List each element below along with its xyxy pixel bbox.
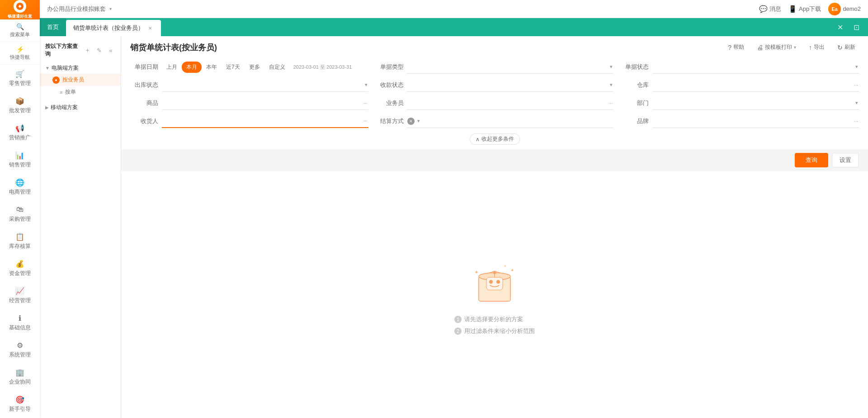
receipt-status-dropdown-icon[interactable]: ▾ [609, 82, 613, 88]
sidebar-item-quick-nav[interactable]: ⚡ 快捷导航 [0, 42, 40, 65]
scheme-by-salesperson[interactable]: ● 按业务员 [40, 74, 121, 86]
dept-input-field[interactable] [652, 100, 854, 106]
mobile-scheme-group-title: 移动端方案 [51, 104, 78, 111]
empty-tip-2: 2 用过滤条件来缩小分析范围 [454, 327, 535, 335]
sales-label: 销售管理 [9, 161, 31, 169]
quick-nav-label: 快捷导航 [10, 54, 30, 61]
settlement-clear-btn[interactable]: ✕ [407, 118, 415, 125]
dept-input[interactable]: ▾ [652, 96, 859, 110]
brand-input[interactable]: ··· [652, 114, 859, 128]
sidebar-item-retail[interactable]: 🛒 零售管理 [0, 65, 40, 92]
message-button[interactable]: 💬 消息 [759, 5, 781, 13]
ecommerce-label: 电商管理 [9, 188, 31, 196]
collapse-panel-button[interactable]: « [106, 46, 115, 55]
scheme-salesperson-icon: ● [52, 76, 60, 84]
goods-filter-item: 商品 ··· [130, 96, 368, 110]
tab-maximize-button[interactable]: ⊡ [850, 21, 863, 33]
sidebar-item-search[interactable]: 🔍 搜索菜单 [0, 19, 40, 42]
doc-type-dropdown-icon[interactable]: ▾ [609, 64, 613, 70]
settlement-label: 结算方式 [376, 117, 407, 125]
edit-scheme-button[interactable]: ✎ [94, 46, 104, 55]
receipt-status-input-field[interactable] [407, 82, 609, 88]
app-download-button[interactable]: 📱 App下载 [788, 5, 821, 13]
date-btn-this-month[interactable]: 本月 [182, 62, 202, 73]
doc-status-input[interactable]: ▾ [652, 60, 859, 74]
receiver-input-field[interactable] [162, 118, 363, 124]
warehouse-dots-icon[interactable]: ··· [853, 82, 859, 88]
operations-label: 经营管理 [9, 297, 31, 304]
tab-home[interactable]: 首页 [40, 18, 66, 36]
breadcrumb-area: 办公用品行业模拟账套 ▾ [47, 5, 112, 13]
warehouse-input-field[interactable] [652, 82, 853, 88]
desktop-scheme-group: ▼ 电脑端方案 ● 按业务员 ≡ 按单 [40, 61, 121, 100]
sidebar-item-system[interactable]: ⚙ 系统管理 [0, 336, 40, 363]
help-button[interactable]: ? 帮助 [724, 42, 748, 53]
tab-close-button[interactable]: ✕ [146, 24, 154, 32]
sidebar-item-base-info[interactable]: ℹ 基础信息 [0, 309, 40, 336]
mobile-scheme-group-header[interactable]: ▶ 移动端方案 [40, 102, 121, 113]
sidebar-item-enterprise[interactable]: 🏢 企业协同 [0, 363, 40, 390]
svg-text:✦: ✦ [504, 264, 507, 268]
receipt-status-input[interactable]: ▾ [407, 78, 614, 92]
settings-button[interactable]: 设置 [832, 153, 859, 167]
collapse-button[interactable]: ∧ 收起更多条件 [470, 133, 520, 145]
receiver-dots-icon[interactable]: ··· [363, 118, 368, 124]
warehouse-input[interactable]: ··· [652, 78, 859, 92]
settlement-input[interactable]: ✕ ▾ [407, 114, 614, 128]
salesperson-input-field[interactable] [407, 100, 608, 106]
tab-home-label: 首页 [47, 23, 59, 31]
export-button[interactable]: ↑ 导出 [805, 42, 828, 53]
desktop-scheme-group-header[interactable]: ▼ 电脑端方案 [40, 62, 121, 74]
user-profile-button[interactable]: Ea demo2 [828, 3, 861, 15]
scheme-salesperson-label: 按业务员 [62, 76, 84, 84]
left-panel-header: 按以下方案查询 ＋ ✎ « [40, 40, 121, 61]
doc-type-input-field[interactable] [407, 64, 609, 70]
dept-dropdown-icon[interactable]: ▾ [854, 100, 859, 106]
tab-close-window-button[interactable]: ✕ [834, 21, 846, 33]
doc-status-dropdown-icon[interactable]: ▾ [854, 64, 859, 70]
salesperson-input[interactable]: ··· [407, 96, 614, 110]
sidebar-item-inventory[interactable]: 📋 库存核算 [0, 228, 40, 255]
sidebar-item-finance[interactable]: 💰 资金管理 [0, 255, 40, 282]
scheme-order-subicon: ≡ [60, 90, 62, 95]
date-btn-last7[interactable]: 近7天 [222, 62, 245, 73]
doc-type-input[interactable]: ▾ [407, 60, 614, 74]
date-btn-custom[interactable]: 自定义 [264, 62, 290, 73]
newbie-label: 新手引导 [9, 405, 31, 413]
brand-dots-icon[interactable]: ··· [853, 119, 859, 124]
receiver-input[interactable]: ··· [162, 114, 368, 128]
goods-dots-icon[interactable]: ··· [363, 100, 368, 106]
out-status-input[interactable]: ▾ [162, 78, 368, 92]
sidebar-item-wholesale[interactable]: 📦 批发管理 [0, 92, 40, 119]
date-btn-more[interactable]: 更多 [245, 62, 264, 73]
sidebar-item-operations[interactable]: 📈 经营管理 [0, 282, 40, 309]
goods-input[interactable]: ··· [162, 96, 368, 110]
brand-input-field[interactable] [652, 118, 853, 124]
refresh-button[interactable]: ↻ 刷新 [834, 42, 859, 53]
scheme-by-order[interactable]: ≡ 按单 [40, 86, 121, 98]
out-status-dropdown-icon[interactable]: ▾ [364, 82, 368, 88]
date-btn-this-year[interactable]: 本年 [202, 62, 222, 73]
collapse-up-icon: ∧ [476, 136, 480, 142]
base-info-icon: ℹ [15, 314, 24, 323]
query-button[interactable]: 查询 [795, 153, 828, 167]
salesperson-dots-icon[interactable]: ··· [608, 100, 613, 106]
tab-bar-actions: ✕ ⊡ [834, 21, 868, 33]
breadcrumb-dropdown-icon[interactable]: ▾ [109, 6, 112, 11]
tab-sales-stat[interactable]: 销货单统计表（按业务员） ✕ [66, 20, 161, 36]
sidebar-item-newbie[interactable]: 🎯 新手引导 [0, 390, 40, 418]
doc-status-input-field[interactable] [652, 64, 854, 70]
sidebar-item-marketing[interactable]: 📢 营销推广 [0, 119, 40, 146]
sidebar-item-purchase[interactable]: 🛍 采购管理 [0, 200, 40, 228]
sidebar-item-ecommerce[interactable]: 🌐 电商管理 [0, 173, 40, 200]
template-print-button[interactable]: 🖨 按模板打印 ▾ [753, 42, 800, 53]
goods-input-field[interactable] [162, 100, 363, 106]
date-btn-last-month[interactable]: 上月 [162, 62, 182, 73]
out-status-input-field[interactable] [162, 82, 364, 88]
empty-icon: ✦ ✦ ✦ [467, 254, 522, 308]
sidebar-item-sales[interactable]: 📊 销售管理 [0, 146, 40, 173]
date-filter-controls: 上月 本月 本年 近7天 更多 自定义 2023-03-01 至 2023-03… [162, 60, 368, 74]
dept-filter-item: 部门 ▾ [621, 96, 859, 110]
settlement-dropdown-icon[interactable]: ▾ [416, 118, 421, 124]
add-scheme-button[interactable]: ＋ [83, 46, 92, 55]
